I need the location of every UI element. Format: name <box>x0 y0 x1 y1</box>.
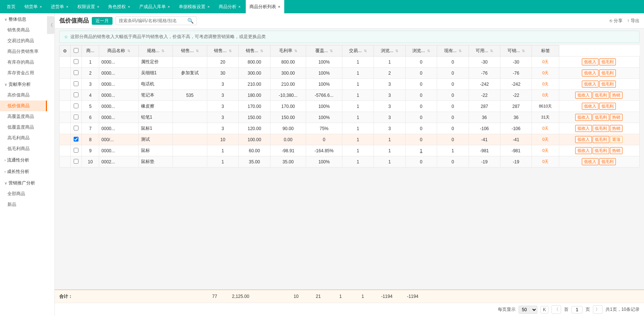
row-spec: 参加复试 <box>173 68 207 79</box>
nav-analysis-list[interactable]: 商品分析列表 × <box>246 0 284 13</box>
row-select-checkbox[interactable] <box>74 59 78 64</box>
search-input[interactable] <box>119 18 186 23</box>
nav-purchase[interactable]: 进货单 × <box>47 0 72 13</box>
row-tags: 低收入低毛利 <box>559 57 639 68</box>
row-checkbox[interactable] <box>71 112 82 123</box>
col-checkbox[interactable] <box>71 45 82 57</box>
row-settings[interactable] <box>60 123 71 134</box>
row-avail: -106 <box>500 123 532 134</box>
export-button[interactable]: ↑ 导出 <box>627 18 640 24</box>
row-checkbox[interactable] <box>71 57 82 68</box>
nav-home[interactable]: 首页 <box>3 0 19 13</box>
row-code: 0000... <box>99 79 139 90</box>
row-checkbox[interactable] <box>71 134 82 145</box>
sidebar-item-low-value[interactable]: 低价值商品 <box>0 101 47 111</box>
close-sales[interactable]: × <box>40 4 42 9</box>
sidebar-item-inventory-fund[interactable]: 库存资金占用 <box>0 68 47 78</box>
sidebar-group-contribution[interactable]: ∨ 贡献率分析 <box>0 78 47 90</box>
nav-production[interactable]: 产成品入库单 × <box>135 0 174 13</box>
sidebar-item-high-coverage[interactable]: 高覆盖度商品 <box>0 111 47 122</box>
close-role[interactable]: × <box>128 4 130 9</box>
row-settings[interactable] <box>60 68 71 79</box>
tag-badge: 低收入 <box>575 136 592 143</box>
row-avail: 287 <box>500 101 532 112</box>
nav-sales[interactable]: 销货单 × <box>21 0 46 13</box>
row-settings[interactable] <box>60 57 71 68</box>
sidebar-item-sales-goods[interactable]: 销售类商品 <box>0 25 47 35</box>
search-icon[interactable]: 🔍 <box>187 18 194 24</box>
footer-browse1: 1 <box>329 294 352 299</box>
row-settings[interactable] <box>60 156 71 167</box>
row-settings[interactable] <box>60 112 71 123</box>
close-template[interactable]: × <box>207 4 209 9</box>
sidebar-item-high-value[interactable]: 高价值商品 <box>0 90 47 101</box>
sidebar-group-growth[interactable]: › 成长性分析 <box>0 166 47 177</box>
browse-link[interactable]: 1 <box>420 148 423 153</box>
row-name: 鼠标1 <box>138 123 173 134</box>
nav-permission[interactable]: 权限设置 × <box>74 0 103 13</box>
sidebar-group-marketing[interactable]: ∨ 营销推广分析 <box>0 177 47 188</box>
page-size-select[interactable]: 50 100 200 <box>519 306 537 314</box>
row-select-checkbox[interactable] <box>74 137 78 142</box>
next-page-btn[interactable]: 〉 <box>593 305 603 314</box>
row-cover: 1 <box>342 57 373 68</box>
nav-role[interactable]: 角色授权 × <box>104 0 134 13</box>
row-avail: -22 <box>500 90 532 101</box>
sidebar-item-all-goods[interactable]: 全部商品 <box>0 188 47 199</box>
prev-page-btn[interactable]: 〈 <box>551 305 561 314</box>
row-checkbox[interactable] <box>71 156 82 167</box>
row-select-checkbox[interactable] <box>74 115 78 119</box>
row-days: 0天 <box>532 90 559 101</box>
sidebar-collapse-btn[interactable]: 《 <box>47 16 54 34</box>
first-page-btn[interactable]: K <box>540 306 549 313</box>
row-select-checkbox[interactable] <box>74 92 78 97</box>
close-purchase[interactable]: × <box>66 4 68 9</box>
close-production[interactable]: × <box>168 4 170 9</box>
row-select-checkbox[interactable] <box>74 103 78 108</box>
col-settings[interactable]: ⚙ <box>60 45 71 57</box>
row-checkbox[interactable] <box>71 79 82 90</box>
date-filter-button[interactable]: 近一月 <box>92 17 113 25</box>
row-settings[interactable] <box>60 145 71 156</box>
nav-template[interactable]: 单据模板设置 × <box>175 0 213 13</box>
row-trade: 2 <box>374 68 405 79</box>
row-select-checkbox[interactable] <box>74 159 78 164</box>
table-wrapper: ⚙ 商... 商品名称 ⇅ 规格... ⇅ 销售... ⇅ 销售... ⇅ 销售… <box>59 45 640 289</box>
row-settings[interactable] <box>60 134 71 145</box>
sidebar-item-high-profit[interactable]: 高毛利商品 <box>0 133 47 143</box>
tag-badge: 热销 <box>610 147 623 154</box>
share-button[interactable]: ⎋ 分享 <box>610 18 623 24</box>
sidebar-item-low-coverage[interactable]: 低覆盖度商品 <box>0 122 47 133</box>
row-select-checkbox[interactable] <box>74 126 78 130</box>
row-settings[interactable] <box>60 90 71 101</box>
row-checkbox[interactable] <box>71 123 82 134</box>
row-sale1: 60.00 <box>239 145 270 156</box>
col-profit-rate: 毛利率 ⇅ <box>270 45 306 57</box>
row-checkbox[interactable] <box>71 90 82 101</box>
sidebar-item-category-rate[interactable]: 商品分类销售率 <box>0 46 47 57</box>
row-select-checkbox[interactable] <box>74 70 78 75</box>
row-select-checkbox[interactable] <box>74 148 78 153</box>
row-days: 8610天 <box>532 101 559 112</box>
row-settings[interactable] <box>60 79 71 90</box>
row-trade: 1 <box>374 134 405 145</box>
close-permission[interactable]: × <box>97 4 99 9</box>
sidebar-group-circulation[interactable]: › 流通性分析 <box>0 154 47 166</box>
nav-analysis[interactable]: 商品分析 × <box>215 0 244 13</box>
sidebar-item-low-profit[interactable]: 低毛利商品 <box>0 143 47 154</box>
sidebar-item-in-stock[interactable]: 有库存的商品 <box>0 57 47 68</box>
row-name: 鼠标垫 <box>138 156 173 167</box>
page-number-input[interactable] <box>571 306 583 313</box>
close-analysis[interactable]: × <box>238 4 241 9</box>
sidebar-item-new-goods[interactable]: 新品 <box>0 199 47 210</box>
row-checkbox[interactable] <box>71 101 82 112</box>
row-checkbox[interactable] <box>71 145 82 156</box>
select-all-checkbox[interactable] <box>74 48 78 53</box>
data-table: ⚙ 商... 商品名称 ⇅ 规格... ⇅ 销售... ⇅ 销售... ⇅ 销售… <box>59 45 640 167</box>
sidebar-item-traded[interactable]: 交易过的商品 <box>0 35 47 46</box>
row-settings[interactable] <box>60 101 71 112</box>
row-select-checkbox[interactable] <box>74 81 78 86</box>
sidebar-group-overview[interactable]: ∨ 整体信息 <box>0 13 47 25</box>
close-analysis-list[interactable]: × <box>278 4 280 9</box>
row-checkbox[interactable] <box>71 68 82 79</box>
